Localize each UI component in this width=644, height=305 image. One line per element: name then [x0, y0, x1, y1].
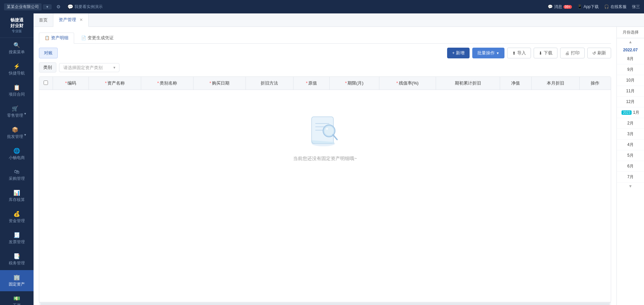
reconcile-button[interactable]: 对账 — [39, 48, 58, 58]
tab-asset-mgmt[interactable]: 资产管理 ✕ — [53, 13, 89, 27]
required-star: * — [157, 81, 159, 86]
bottom-scrollbar[interactable] — [39, 302, 611, 305]
month-panel-up-arrow[interactable]: ▲ — [617, 38, 644, 46]
sidebar-item-search[interactable]: 🔍 搜索菜单 — [0, 38, 34, 59]
th-depreciation-method: 折旧方法 — [246, 77, 293, 90]
message-label: 消息 — [554, 4, 562, 10]
message-icon: 💬 — [548, 4, 553, 9]
add-button[interactable]: + 新增 — [447, 48, 470, 58]
category-label: 类别 — [39, 62, 56, 72]
user-info[interactable]: 张三 — [632, 4, 640, 10]
change-voucher-icon: 📄 — [81, 36, 86, 40]
sidebar-item-fixed-asset[interactable]: 🏢 固定资产 — [0, 270, 34, 291]
batch-button[interactable]: 批量操作 ▼ — [472, 48, 504, 58]
month-panel-down-arrow[interactable]: ▼ — [617, 183, 644, 190]
download-button[interactable]: ⬇ 下载 — [534, 48, 557, 58]
required-star: * — [345, 81, 347, 86]
th-actions: 操作 — [579, 77, 611, 90]
month-item-2023-1[interactable]: 2023 1月 — [617, 107, 644, 118]
settings-icon[interactable]: ⚙ — [56, 4, 61, 9]
sidebar: 畅捷通好业财 专业版 🔍 搜索菜单 ⚡ 快捷导航 📋 项目合同 🛒 零售管理 ▼… — [0, 13, 34, 305]
sub-tab-change-voucher-label: 变更生成凭证 — [88, 35, 114, 41]
th-period: *期限(月) — [329, 77, 379, 90]
import-button[interactable]: ⬆ 导入 — [507, 48, 531, 58]
message-btn[interactable]: 💬 消息 99+ — [548, 4, 572, 10]
th-code: *编码 — [53, 77, 89, 90]
retail-arrow-icon: ▼ — [24, 112, 27, 115]
th-monthly-depreciation: 本月折旧 — [532, 77, 580, 90]
add-label: + 新增 — [452, 50, 465, 56]
sidebar-item-retail[interactable]: 🛒 零售管理 ▼ — [0, 101, 34, 122]
month-item-9[interactable]: 9月 — [617, 64, 644, 75]
sub-tab-change-voucher[interactable]: 📄 变更生成凭证 — [75, 33, 119, 44]
required-star: * — [105, 81, 107, 86]
print-button[interactable]: 🖨 打印 — [560, 48, 585, 58]
tab-asset-mgmt-label: 资产管理 — [59, 17, 76, 23]
asset-detail-icon: 📋 — [45, 36, 50, 40]
month-panel-header: 月份选择 — [617, 27, 644, 38]
tab-close-icon[interactable]: ✕ — [79, 17, 83, 22]
month-item-7[interactable]: 7月 — [617, 172, 644, 183]
category-select[interactable]: 请选择固定资产类别 — [59, 63, 119, 72]
user-name: 张三 — [632, 4, 640, 9]
scrollbar-track — [40, 303, 610, 305]
sub-tab-asset-detail[interactable]: 📋 资产明细 — [39, 33, 74, 44]
month-item-3[interactable]: 3月 — [617, 129, 644, 140]
category-select-wrapper[interactable]: 请选择固定资产类别 — [59, 63, 119, 72]
sub-tabs: 📋 资产明细 📄 变更生成凭证 — [39, 32, 611, 44]
month-item-11[interactable]: 11月 — [617, 86, 644, 97]
content-area: 首页 资产管理 ✕ 📋 资产明细 📄 变更生成凭证 — [34, 13, 644, 305]
tab-home-label: 首页 — [39, 17, 48, 23]
toolbar: 对账 + 新增 批量操作 ▼ ⬆ 导入 — [39, 48, 611, 58]
th-name: *资产名称 — [89, 77, 141, 90]
refresh-icon: ↺ — [592, 51, 596, 56]
sidebar-item-project[interactable]: 📋 项目合同 — [0, 80, 34, 101]
sidebar-item-tax[interactable]: 📑 税务管理 — [0, 249, 34, 270]
toolbar-right: + 新增 批量操作 ▼ ⬆ 导入 ⬇ 下载 — [447, 48, 611, 58]
demo-btn[interactable]: 💬 我要看实例演示 — [67, 4, 103, 10]
company-name: 某某企业有限公司 — [4, 3, 42, 10]
month-item-6[interactable]: 6月 — [617, 161, 644, 172]
sidebar-item-ecommerce[interactable]: 🌐 小畅电商 — [0, 144, 34, 165]
month-item-4[interactable]: 4月 — [617, 140, 644, 150]
sidebar-item-label: 发票管理 — [9, 239, 25, 245]
company-selector[interactable]: 某某企业有限公司 ▼ — [4, 3, 52, 10]
refresh-button[interactable]: ↺ 刷新 — [587, 48, 611, 58]
sidebar-item-salary[interactable]: 💵 工资 — [0, 291, 34, 305]
sidebar-item-quick-nav[interactable]: ⚡ 快捷导航 — [0, 59, 34, 80]
month-item-12[interactable]: 12月 — [617, 97, 644, 107]
empty-svg — [305, 110, 345, 150]
sidebar-item-inventory[interactable]: 📊 库存核算 — [0, 186, 34, 207]
print-label: 打印 — [571, 50, 580, 56]
sidebar-item-invoice[interactable]: 🧾 发票管理 — [0, 228, 34, 249]
sidebar-item-label: 搜索菜单 — [9, 49, 25, 55]
sub-tab-asset-detail-label: 资产明细 — [51, 35, 68, 41]
sidebar-item-purchase[interactable]: 🛍 采购管理 — [0, 165, 34, 186]
sidebar-item-wholesale[interactable]: 📦 批发管理 ▼ — [0, 122, 34, 144]
month-item-5[interactable]: 5月 — [617, 150, 644, 161]
top-bar-right: 💬 消息 99+ 📱 App下载 🎧 在线客服 张三 — [548, 4, 640, 10]
main-layout: 畅捷通好业财 专业版 🔍 搜索菜单 ⚡ 快捷导航 📋 项目合同 🛒 零售管理 ▼… — [0, 13, 644, 305]
sidebar-item-finance[interactable]: 💰 资金管理 — [0, 207, 34, 228]
svg-line-8 — [333, 135, 337, 140]
sidebar-item-label: 采购管理 — [9, 176, 25, 182]
app-name: 畅捷通好业财 — [3, 17, 31, 29]
app-download-btn[interactable]: 📱 App下载 — [577, 4, 599, 10]
demo-icon: 💬 — [67, 4, 73, 9]
table-header-row: *编码 *资产名称 *类别名称 *购买日期 折旧方法 *原值 *期限(月) *残… — [39, 77, 611, 90]
tab-home[interactable]: 首页 — [34, 13, 53, 27]
search-icon: 🔍 — [13, 42, 20, 48]
category-filter: 类别 请选择固定资产类别 — [39, 62, 611, 72]
empty-text: 当前您还没有固定资产明细哦~ — [293, 156, 357, 162]
required-star: * — [65, 81, 67, 86]
headset-icon: 🎧 — [604, 4, 609, 9]
required-star: * — [306, 81, 308, 86]
online-service-btn[interactable]: 🎧 在线客服 — [604, 4, 627, 10]
month-item-10[interactable]: 10月 — [617, 75, 644, 86]
select-all-checkbox[interactable] — [44, 81, 48, 85]
sidebar-item-label: 库存核算 — [9, 197, 25, 203]
asset-table-wrapper: *编码 *资产名称 *类别名称 *购买日期 折旧方法 *原值 *期限(月) *残… — [39, 77, 611, 302]
demo-text: 我要看实例演示 — [74, 4, 103, 10]
month-item-2[interactable]: 2月 — [617, 118, 644, 129]
month-item-8[interactable]: 8月 — [617, 54, 644, 64]
